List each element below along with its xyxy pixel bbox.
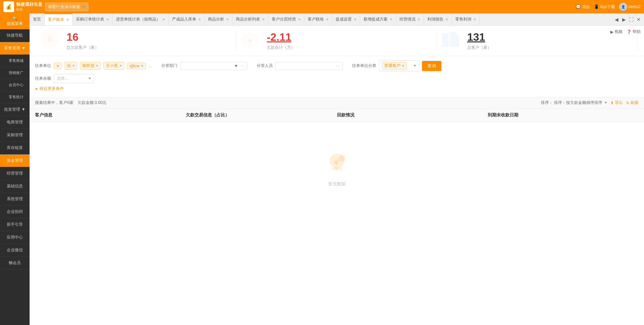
sidebar-item-retail-store[interactable]: 零售商城	[0, 55, 30, 67]
tab-product-analysis-close[interactable]: ✕	[226, 17, 229, 21]
logo-text-block: 畅捷通好生意 标版	[16, 2, 42, 12]
help-btn[interactable]: ❓ 帮助	[627, 29, 641, 35]
dept-clear-icon[interactable]: ···	[241, 64, 244, 68]
sidebar-item-basic-info[interactable]: 基础信息	[0, 180, 30, 193]
main-layout: 🔍 搜索菜单 快捷导航 零售管理 ▼ 零售商城 营销推广 会员中心 零售统计	[0, 13, 644, 325]
tab-promotion-settings-close[interactable]: ✕	[354, 17, 356, 21]
video-btn[interactable]: ▶ 视频	[610, 29, 622, 35]
filter-tag-cjttcw-remove[interactable]: ✕	[141, 64, 143, 68]
tab-operations-close[interactable]: ✕	[418, 17, 420, 21]
logo-icon: 💰	[3, 1, 14, 12]
account-selector[interactable]: 母婴行业演示账套	[45, 3, 88, 11]
tab-new-promotion[interactable]: 新增提成方案 ✕	[360, 13, 396, 25]
tab-profit-report[interactable]: 利润报告 ✕	[424, 13, 452, 25]
stat3-label: 总客户（家）	[467, 45, 491, 50]
tab-next-btn[interactable]: ▶	[620, 16, 627, 23]
person-clear-icon[interactable]: ···	[336, 64, 340, 68]
filter-more-btn[interactable]: ...	[148, 64, 152, 68]
query-button[interactable]: 查询	[422, 61, 441, 71]
balance-placeholder: 选择...	[57, 76, 68, 81]
sidebar-item-retail-stats[interactable]: 零售统计	[0, 91, 30, 103]
sidebar-item-vip[interactable]: 畅会员	[0, 257, 30, 269]
collapse-label: 收起更多条件	[40, 86, 64, 92]
tab-product-analysis[interactable]: 商品分析 ✕	[205, 13, 232, 25]
sidebar-item-system[interactable]: 系统管理	[0, 193, 30, 206]
person-filter-select[interactable]: ···	[275, 62, 343, 70]
tab-promotion-settings-label: 提成设置	[336, 16, 352, 22]
tab-customer-contact-close[interactable]: ✕	[326, 17, 329, 21]
tab-retail-profit[interactable]: 零售利润 ✕	[452, 13, 480, 25]
unit-class-filter-select[interactable]: 普通客户 ✕	[379, 60, 419, 71]
tab-profit-report-close[interactable]: ✕	[445, 17, 448, 21]
message-btn[interactable]: 💬 消息	[576, 4, 590, 10]
tab-customer-contact[interactable]: 客户联络 ✕	[304, 13, 332, 25]
balance-filter-select[interactable]: 选择...	[54, 74, 94, 83]
tab-prev-btn[interactable]: ◀	[613, 16, 620, 23]
filter-tag-x[interactable]: ✕	[56, 64, 59, 68]
filter-tag-wu-remove[interactable]: ✕	[72, 64, 75, 68]
stats-bar: ¥ 16 总欠款客户（家） +	[30, 26, 644, 56]
tab-home[interactable]: 首页	[30, 13, 45, 25]
tab-incoming-stats-close[interactable]: ✕	[162, 17, 165, 21]
sort-dropdown[interactable]: 排序： 排序：按欠款金额倒序排序	[541, 100, 607, 106]
collapse-btn[interactable]: 收起更多条件	[35, 86, 639, 92]
tab-product-analysis-list[interactable]: 商品分析列表 ✕	[232, 13, 268, 25]
tab-customer-account-close[interactable]: ✕	[66, 18, 69, 22]
filter-area: 往来单位 ✕ 伍 ✕ 陈民强 ✕ 王小亮	[30, 56, 644, 97]
export-btn[interactable]: ⬆ 导出	[610, 100, 623, 106]
app-center-label: 应用中心	[7, 235, 23, 240]
tab-customer-account[interactable]: 客户账本 ✕	[45, 13, 73, 25]
sidebar-item-operations[interactable]: 经营管理	[0, 167, 30, 180]
sidebar-item-search[interactable]: 🔍 搜索菜单	[0, 13, 30, 29]
tab-close-all-btn[interactable]: ✕	[635, 16, 642, 23]
tab-bar: 首页 客户账本 ✕ 采购订单统计表 ✕ 进货单统计表（按商品） ✕ 产成品入库单…	[30, 13, 644, 26]
tab-profit-report-label: 利润报告	[427, 16, 443, 22]
sidebar-item-quick-nav[interactable]: 快捷导航	[0, 29, 30, 42]
sidebar-item-retail[interactable]: 零售管理 ▼	[0, 42, 30, 55]
filter-tag-chen-remove[interactable]: ✕	[96, 64, 98, 68]
stat3-value: 131	[467, 31, 485, 43]
sidebar-item-wechat[interactable]: 企业微信	[0, 244, 30, 257]
col-header-repay: 回款情况	[337, 112, 488, 118]
tab-product-analysis-list-close[interactable]: ✕	[262, 17, 265, 21]
tab-maximize-btn[interactable]: ⛶	[628, 16, 635, 23]
tab-product-inbound-close[interactable]: ✕	[198, 17, 201, 21]
tab-retail-profit-close[interactable]: ✕	[473, 17, 476, 21]
tab-customer-tier[interactable]: 客户分层经营 ✕	[268, 13, 304, 25]
marketing-label: 营销推广	[9, 71, 24, 75]
sidebar-item-finance[interactable]: 资金管理	[0, 154, 30, 167]
sidebar-item-inventory[interactable]: 库存核算	[0, 142, 30, 154]
sidebar-item-marketing[interactable]: 营销推广	[0, 67, 30, 79]
sidebar-item-ecommerce[interactable]: 电商管理	[0, 116, 30, 129]
app-download-btn[interactable]: 📱 App下载	[594, 4, 615, 10]
tab-customer-account-label: 客户账本	[48, 17, 64, 23]
sidebar-item-member[interactable]: 会员中心	[0, 79, 30, 91]
balance-chevron	[88, 78, 91, 79]
filter-tag-wang-remove[interactable]: ✕	[119, 64, 122, 68]
tab-operations[interactable]: 经营情况 ✕	[396, 13, 424, 25]
tab-purchase-order-close[interactable]: ✕	[106, 17, 109, 21]
search-result-text: 搜索结果中，客户0家	[35, 100, 74, 106]
ecommerce-label: 电商管理	[7, 120, 23, 124]
tab-new-promotion-close[interactable]: ✕	[390, 17, 392, 21]
filter-tag-wang-label: 王小亮	[106, 63, 118, 69]
tab-product-inbound[interactable]: 产成品入库单 ✕	[169, 13, 205, 25]
normal-customer-remove[interactable]: ✕	[402, 64, 404, 68]
user-profile[interactable]: 👤 demo2	[619, 3, 641, 11]
dept-filter-select[interactable]: ▼ ···	[180, 62, 247, 70]
message-label: 消息	[582, 4, 590, 10]
tab-promotion-settings[interactable]: 提成设置 ✕	[332, 13, 360, 25]
sidebar-item-wholesale[interactable]: 批发管理 ▼	[0, 103, 30, 116]
tab-customer-tier-close[interactable]: ✕	[298, 17, 301, 21]
filter-tag-cjttcw: cjttcw ✕	[127, 63, 146, 69]
sidebar-item-app-center[interactable]: 应用中心	[0, 231, 30, 244]
tab-incoming-stats[interactable]: 进货单统计表（按商品） ✕	[113, 13, 169, 25]
chevron-up-icon	[35, 88, 38, 89]
refresh-btn[interactable]: ↻ 刷新	[626, 100, 639, 106]
sidebar-item-new-guide[interactable]: 新手引导	[0, 218, 30, 231]
tab-purchase-order[interactable]: 采购订单统计表 ✕	[73, 13, 113, 25]
tab-product-analysis-label: 商品分析	[208, 16, 224, 22]
sidebar: 🔍 搜索菜单 快捷导航 零售管理 ▼ 零售商城 营销推广 会员中心 零售统计	[0, 13, 30, 325]
sidebar-item-purchase[interactable]: 采购管理	[0, 129, 30, 142]
sidebar-item-enterprise[interactable]: 企业协同	[0, 206, 30, 218]
